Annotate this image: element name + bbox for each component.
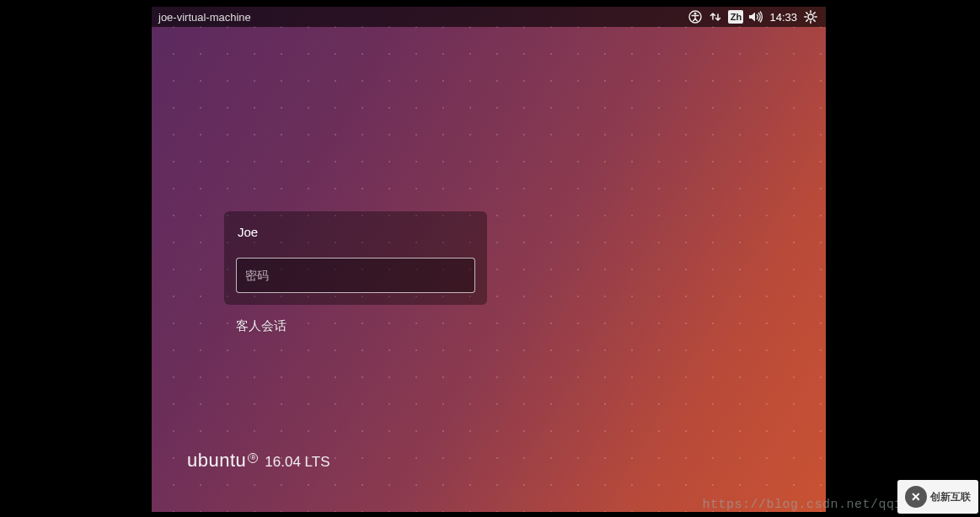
ime-language-icon: Zh — [728, 10, 743, 24]
accessibility-icon — [688, 10, 702, 24]
top-menu-bar: joe-virtual-machine Zh — [152, 7, 826, 27]
ubuntu-login-screen: joe-virtual-machine Zh — [152, 7, 826, 512]
gear-power-icon — [804, 10, 817, 24]
watermark-url: https://blog.csdn.net/qq1 — [702, 498, 902, 512]
input-method-indicator[interactable]: Zh — [726, 7, 746, 27]
selected-user-label[interactable]: Joe — [236, 225, 475, 239]
svg-line-9 — [806, 20, 808, 22]
svg-line-7 — [806, 13, 808, 14]
system-indicator[interactable] — [801, 7, 821, 27]
watermark-logo-icon: ✕ — [905, 486, 927, 508]
network-indicator[interactable] — [705, 7, 726, 27]
network-updown-icon — [709, 10, 722, 24]
clock-indicator[interactable]: 14:33 — [766, 11, 801, 24]
ubuntu-wordmark: ubuntu — [187, 450, 246, 471]
watermark-logo: ✕ 创新互联 — [897, 480, 978, 514]
svg-line-8 — [814, 20, 816, 22]
watermark-logo-text: 创新互联 — [930, 490, 971, 504]
password-input[interactable] — [236, 258, 475, 293]
svg-point-2 — [808, 14, 813, 19]
login-card: Joe — [224, 211, 487, 305]
registered-mark-icon: ® — [248, 453, 258, 463]
hostname-label: joe-virtual-machine — [157, 11, 251, 24]
volume-icon — [748, 10, 763, 24]
sound-indicator[interactable] — [746, 7, 766, 27]
guest-session-button[interactable]: 客人会话 — [236, 318, 287, 334]
svg-line-10 — [814, 13, 816, 14]
svg-point-1 — [694, 13, 697, 15]
accessibility-indicator[interactable] — [685, 7, 705, 27]
os-version-label: 16.04 LTS — [265, 454, 329, 471]
os-branding: ubuntu® 16.04 LTS — [187, 450, 329, 472]
